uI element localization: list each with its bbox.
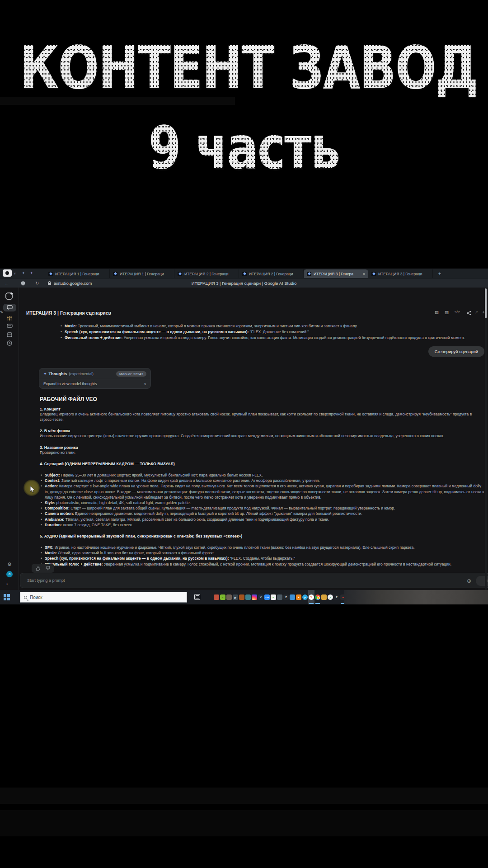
doc-section-2: 2. В чём фишкаИспользование вирусного тр… <box>40 429 485 439</box>
task-view-button[interactable] <box>194 594 200 600</box>
bullet-item: Context: Залитый солнцем лофт с паркетны… <box>40 478 485 483</box>
doc-section-5: 5. АУДИО (единый непрерывный звуковой пл… <box>40 534 485 567</box>
bullet-label: Composition: <box>45 506 70 510</box>
section-bullets: Subject: Парень 25–30 лет в домашних шор… <box>40 472 485 528</box>
scrollbar-thumb[interactable] <box>485 288 487 318</box>
settings-gear-icon[interactable]: ⚙ <box>0 561 19 567</box>
app-obs-dark-2[interactable]: Z <box>333 590 340 604</box>
search-placeholder: Поиск <box>30 595 42 600</box>
bullet-label: Speech (хук, произносится на финальном а… <box>45 556 230 561</box>
thoughts-expand-row[interactable]: Expand to view model thoughts ∨ <box>39 379 150 388</box>
bullet-item: Composition: Старт — широкий план для за… <box>40 505 485 511</box>
app-file-explorer[interactable] <box>321 590 327 604</box>
app-calculator[interactable] <box>277 590 283 604</box>
bullet-label: Duration: <box>45 523 63 527</box>
app-chrome[interactable] <box>314 590 321 604</box>
browser-window: ∨ ✦ ✦ ИТЕРАЦИЯ 1 | ГенерациИТЕРАЦИЯ 1 | … <box>0 269 488 590</box>
bullet-label: Ambiance: <box>45 517 66 522</box>
app-zoom[interactable]: zm <box>264 590 270 604</box>
section-heading: 2. В чём фишка <box>40 429 485 434</box>
app-antivirus[interactable]: ✓ <box>327 590 333 604</box>
browser-tab-6[interactable]: ИТЕРАЦИЯ 3 | Генераци <box>368 269 433 278</box>
sidebar-expand-chevron[interactable]: › <box>6 581 8 586</box>
app-instagram[interactable] <box>251 590 258 604</box>
app-vscode[interactable]: V <box>258 590 264 604</box>
tab-favicon <box>307 272 311 276</box>
bullet-item: Music: Лёгкий, едва заметный lo-fi хип-х… <box>40 550 485 556</box>
app-telegram[interactable]: ➤ <box>302 590 308 604</box>
app-photos-blue-icon <box>290 594 295 600</box>
windows-taskbar: Поиск •▶VzmeZ▲➤Y✓Z● <box>0 590 488 604</box>
prompt-input[interactable] <box>21 574 428 587</box>
prompt-title: ИТЕРАЦИЯ 3 | Генерация сценариев <box>26 310 111 316</box>
app-obs-dark-2-icon: Z <box>334 594 339 600</box>
bullet-item: Subject: Парень 25–30 лет в домашних шор… <box>40 472 485 478</box>
browser-tab-4[interactable]: ИТЕРАЦИЯ 2 | Генераци <box>239 269 304 278</box>
browser-tab-3[interactable]: ИТЕРАЦИЯ 2 | Генераци <box>174 269 239 278</box>
thoughts-tag: (experimental) <box>69 372 94 376</box>
app-lock-green[interactable]: • <box>220 590 226 604</box>
taskbar-search-box[interactable]: Поиск <box>20 592 187 603</box>
tab-label: ИТЕРАЦИЯ 3 | Генера <box>314 272 361 276</box>
app-photos-gray-icon <box>226 594 232 600</box>
ai-studio-app: ⚙ d › ИТЕРАЦИЯ 3 | Генерация сценариев ✎… <box>0 288 488 590</box>
browser-tab-2[interactable]: ИТЕРАЦИЯ 1 | Генераци <box>110 269 174 278</box>
save-icon[interactable]: ▤ <box>435 310 439 315</box>
taskbar-apps: •▶VzmeZ▲➤Y✓Z● <box>213 590 346 604</box>
app-obs-dark[interactable]: Z <box>283 590 289 604</box>
video-artifact-band <box>0 788 488 804</box>
doc-section-1: 1. КонцептВладелец игривого и очень акти… <box>40 407 485 422</box>
chevron-down-icon[interactable]: ∨ <box>14 269 16 278</box>
app-paint-red[interactable] <box>213 590 220 604</box>
thumbs-down-icon[interactable] <box>45 566 51 571</box>
app-antivirus-icon: ✓ <box>328 594 333 600</box>
sidebar-item-starter-apps[interactable] <box>0 332 19 337</box>
edit-pencil-icon[interactable]: ✎ <box>0 310 4 315</box>
new-tab-button[interactable]: + <box>436 269 444 278</box>
chevron-down-icon: ∨ <box>144 382 146 386</box>
bullet-label: Speech (хук, произносится на финальном а… <box>65 330 250 334</box>
forward-nav-icon[interactable]: ✦ <box>30 269 33 278</box>
insert-media-icon[interactable]: ⊕ <box>467 577 471 585</box>
scrollbar-track <box>485 288 487 590</box>
section-bullets: SFX: Игривое, но настойчивое кошачье мур… <box>40 545 485 567</box>
get-code-icon[interactable]: </> <box>455 310 460 314</box>
sidebar-item-history[interactable] <box>0 340 19 346</box>
thoughts-panel: ✦ Thoughts (experimental) Manual: 32343 … <box>39 368 151 389</box>
share-icon[interactable] <box>466 311 471 316</box>
app-movie-editor[interactable]: ▶ <box>232 590 239 604</box>
app-gimp[interactable] <box>239 590 245 604</box>
sidebar-item-tune[interactable] <box>0 316 19 321</box>
feedback-buttons <box>32 564 54 573</box>
app-paint-red-icon <box>214 594 219 600</box>
app-evernote[interactable]: e <box>270 590 277 604</box>
app-yandex-browser[interactable]: Y <box>308 590 314 604</box>
browser-tab-5[interactable]: ИТЕРАЦИЯ 3 | Генера× <box>304 269 368 278</box>
app-yandex-browser-icon: Y <box>309 594 314 600</box>
app-photos-gray[interactable] <box>226 590 232 604</box>
start-button[interactable] <box>4 594 10 600</box>
thumbs-up-icon[interactable] <box>35 566 41 571</box>
app-photos-blue[interactable] <box>289 590 296 604</box>
tab-label: ИТЕРАЦИЯ 2 | Генераци <box>184 272 235 276</box>
active-app-underline <box>309 603 314 604</box>
sparkle-icon: ✦ <box>43 372 47 376</box>
sidebar-item-stream-chat[interactable] <box>0 324 19 329</box>
user-avatar[interactable]: d <box>0 571 19 577</box>
app-movie-editor-icon: ▶ <box>233 594 238 600</box>
close-icon[interactable]: × <box>363 272 365 276</box>
section-body: Проверено когтями. <box>40 450 485 456</box>
tab-favicon <box>178 272 182 276</box>
notebook-icon[interactable]: ▥ <box>445 310 449 315</box>
open-in-new-icon[interactable]: ↗ <box>474 310 478 315</box>
bullet-item: Music: Тревожный, минималистичный эмбиен… <box>60 324 484 329</box>
back-nav-icon[interactable]: ✦ <box>22 269 25 278</box>
studio-logo-icon[interactable] <box>0 291 19 301</box>
bullet-item: Style: photorealistic, cinematic, high d… <box>40 500 485 505</box>
browser-menu-button[interactable] <box>3 269 12 277</box>
app-vlc[interactable]: ▲ <box>296 590 302 604</box>
bullet-label: Camera motion: <box>45 511 75 516</box>
app-darktable[interactable] <box>245 590 251 604</box>
model-response-document: РАБОЧИЙ ФАЙЛ VEO 1. КонцептВладелец игри… <box>40 396 485 573</box>
browser-tab-1[interactable]: ИТЕРАЦИЯ 1 | Генераци <box>45 269 110 278</box>
